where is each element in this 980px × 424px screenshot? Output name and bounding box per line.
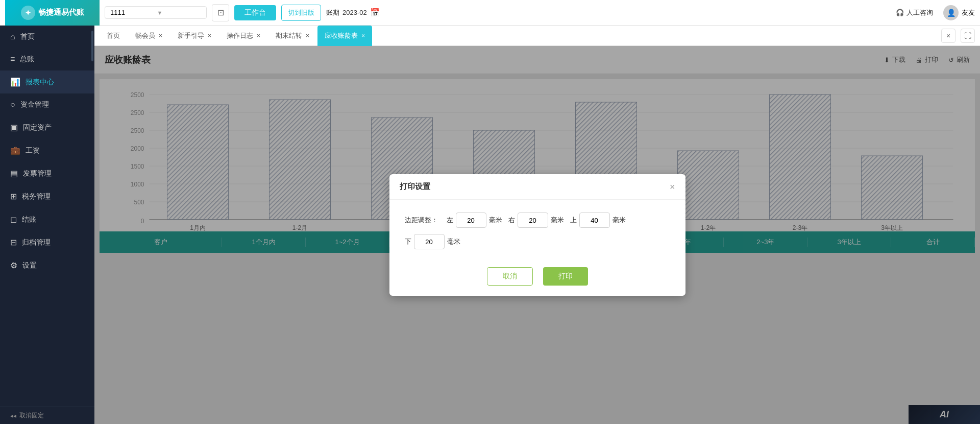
left-margin-input[interactable] xyxy=(456,213,486,228)
top-unit: 毫米 xyxy=(612,216,626,225)
tab-guide-close[interactable]: × xyxy=(208,32,211,39)
ledger-icon: ≡ xyxy=(10,55,15,64)
tab-home[interactable]: 首页 xyxy=(100,26,127,46)
company-name: 1111 xyxy=(110,9,155,16)
support-button[interactable]: 🎧 人工咨询 xyxy=(896,8,933,17)
main-layout: ⌂ 首页 ≡ 总账 📊 报表中心 ○ 资金管理 ▣ 固定资产 💼 工资 ▤ 发票… xyxy=(0,26,980,424)
tab-expand-button[interactable]: ⛶ xyxy=(961,29,975,43)
content-area: 首页 畅会员 × 新手引导 × 操作日志 × 期末结转 × 应收账龄表 × xyxy=(94,26,980,424)
copy-button[interactable]: ⊡ xyxy=(212,4,229,21)
workbench-button[interactable]: 工作台 xyxy=(234,5,276,20)
sidebar-item-label: 工资 xyxy=(26,146,40,155)
funds-icon: ○ xyxy=(10,100,15,109)
period-area: 账期 2023-02 📅 xyxy=(326,8,380,17)
logo-text: 畅捷通易代账 xyxy=(38,8,84,17)
sidebar-item-label: 固定资产 xyxy=(23,123,52,132)
sidebar-item-funds[interactable]: ○ 资金管理 xyxy=(0,93,94,116)
sidebar-item-label: 报表中心 xyxy=(26,78,54,87)
calendar-icon[interactable]: 📅 xyxy=(370,8,380,17)
bottom-dir-label: 下 xyxy=(405,237,411,246)
tab-member-close[interactable]: × xyxy=(159,32,162,39)
sidebar-item-ledger[interactable]: ≡ 总账 xyxy=(0,48,94,70)
sidebar: ⌂ 首页 ≡ 总账 📊 报表中心 ○ 资金管理 ▣ 固定资产 💼 工资 ▤ 发票… xyxy=(0,26,94,424)
left-dir-label: 左 xyxy=(447,216,453,225)
sidebar-item-tax[interactable]: ⊞ 税务管理 xyxy=(0,185,94,208)
payroll-icon: 💼 xyxy=(10,146,20,155)
bottom-unit: 毫米 xyxy=(447,237,460,246)
scrollbar-thumb[interactable] xyxy=(91,31,93,61)
tab-home-label: 首页 xyxy=(107,31,120,40)
sidebar-item-label: 归档管理 xyxy=(22,238,51,247)
invoice-icon: ▤ xyxy=(10,169,18,178)
tab-member[interactable]: 畅会员 × xyxy=(128,26,169,46)
top-header: ✦ 畅捷通易代账 1111 ▼ ⊡ 工作台 切到旧版 账期 2023-02 📅 … xyxy=(0,0,980,26)
dialog-header: 打印设置 × xyxy=(389,174,685,200)
tab-aging[interactable]: 应收账龄表 × xyxy=(317,26,372,46)
sidebar-item-invoice[interactable]: ▤ 发票管理 xyxy=(0,162,94,185)
tab-member-label: 畅会员 xyxy=(135,31,155,40)
period-value: 2023-02 xyxy=(342,9,367,16)
reports-icon: 📊 xyxy=(10,77,20,87)
page-content: 应收账龄表 ⬇ 下载 🖨 打印 ↺ 刷新 xyxy=(94,46,980,424)
tab-closing-close[interactable]: × xyxy=(306,32,309,39)
switch-version-button[interactable]: 切到旧版 xyxy=(281,5,321,21)
user-label: 友友 xyxy=(962,8,975,17)
sidebar-item-label: 发票管理 xyxy=(23,169,52,178)
home-icon: ⌂ xyxy=(10,32,15,41)
tabs-right: × ⛶ xyxy=(941,29,975,43)
collapse-label: 取消固定 xyxy=(19,411,44,420)
bottom-margin-input[interactable] xyxy=(414,234,445,249)
sidebar-item-label: 首页 xyxy=(20,32,35,41)
sidebar-item-home[interactable]: ⌂ 首页 xyxy=(0,26,94,48)
sidebar-item-label: 总账 xyxy=(20,55,34,64)
settings-icon: ⚙ xyxy=(10,261,17,270)
margin-top-group: 上 毫米 xyxy=(570,213,626,228)
tab-guide-label: 新手引导 xyxy=(178,31,204,40)
right-unit: 毫米 xyxy=(551,216,564,225)
tab-close-all-button[interactable]: × xyxy=(941,29,955,43)
sidebar-collapse-button[interactable]: ◂◂ 取消固定 xyxy=(0,407,94,424)
chevron-down-icon: ▼ xyxy=(157,10,202,16)
right-margin-input[interactable] xyxy=(518,213,548,228)
headset-icon: 🎧 xyxy=(896,9,904,16)
sidebar-item-assets[interactable]: ▣ 固定资产 xyxy=(0,116,94,139)
top-dir-label: 上 xyxy=(570,216,577,225)
tab-closing[interactable]: 期末结转 × xyxy=(268,26,316,46)
margin-row: 边距调整： 左 毫米 右 毫米 xyxy=(405,213,670,249)
dialog-body: 边距调整： 左 毫米 右 毫米 xyxy=(389,200,685,260)
tab-aging-close[interactable]: × xyxy=(361,32,365,39)
support-label: 人工咨询 xyxy=(906,8,933,17)
print-confirm-button[interactable]: 打印 xyxy=(543,267,588,286)
tab-oplog-close[interactable]: × xyxy=(257,32,260,39)
right-dir-label: 右 xyxy=(508,216,515,225)
top-margin-input[interactable] xyxy=(579,213,610,228)
margin-left-group: 左 毫米 xyxy=(447,213,502,228)
dialog-footer: 取消 打印 xyxy=(389,260,685,296)
company-selector[interactable]: 1111 ▼ xyxy=(105,6,207,19)
sidebar-item-archive[interactable]: ⊟ 归档管理 xyxy=(0,231,94,254)
sidebar-item-label: 结账 xyxy=(22,215,36,224)
sidebar-item-label: 设置 xyxy=(22,261,37,270)
avatar: 👤 xyxy=(943,5,959,20)
margin-bottom-group: 下 毫米 xyxy=(405,234,460,249)
sidebar-item-closing[interactable]: ◻ 结账 xyxy=(0,208,94,231)
left-unit: 毫米 xyxy=(489,216,502,225)
sidebar-item-payroll[interactable]: 💼 工资 xyxy=(0,139,94,162)
dialog-overlay: 打印设置 × 边距调整： 左 毫米 右 xyxy=(94,46,980,424)
logo-icon: ✦ xyxy=(21,6,35,20)
print-settings-dialog: 打印设置 × 边距调整： 左 毫米 右 xyxy=(389,174,685,296)
tab-oplog[interactable]: 操作日志 × xyxy=(219,26,267,46)
header-right: 🎧 人工咨询 👤 友友 xyxy=(896,5,975,20)
assets-icon: ▣ xyxy=(10,123,18,132)
sidebar-item-settings[interactable]: ⚙ 设置 xyxy=(0,254,94,277)
dialog-close-button[interactable]: × xyxy=(670,182,675,192)
cancel-button[interactable]: 取消 xyxy=(487,267,533,286)
sidebar-item-reports[interactable]: 📊 报表中心 xyxy=(0,70,94,93)
margin-right-group: 右 毫米 xyxy=(508,213,564,228)
logo-area: ✦ 畅捷通易代账 xyxy=(5,0,100,26)
tab-oplog-label: 操作日志 xyxy=(227,31,253,40)
tab-aging-label: 应收账龄表 xyxy=(325,31,358,40)
margin-label: 边距调整： xyxy=(405,216,438,225)
user-area[interactable]: 👤 友友 xyxy=(943,5,975,20)
tab-guide[interactable]: 新手引导 × xyxy=(170,26,218,46)
